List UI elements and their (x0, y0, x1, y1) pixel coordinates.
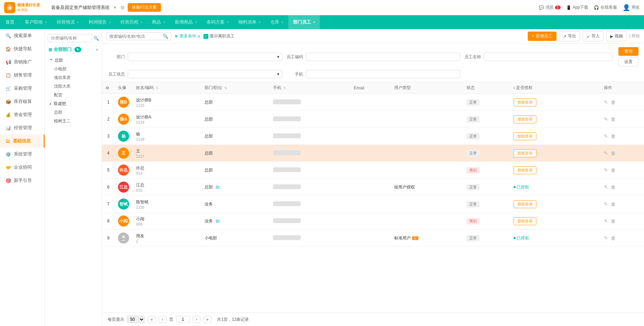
settings-icon[interactable]: ⚙ (120, 5, 125, 10)
close-icon[interactable]: × (109, 20, 111, 24)
th-settings[interactable]: ⚙ (102, 82, 115, 94)
app-download-btn[interactable]: 📱 App下载 (566, 5, 588, 10)
delete-icon[interactable]: 🗑 (611, 218, 616, 224)
sidebar-item-inventory[interactable]: 📦 库存核算 (0, 95, 45, 108)
close-icon[interactable]: × (45, 20, 47, 24)
edit-icon[interactable]: ✎ (604, 218, 608, 224)
sidebar-item-purchase[interactable]: 🛒 采购管理 (0, 82, 45, 95)
grant-login-button[interactable]: 授权登录 (514, 217, 536, 225)
grant-login-button[interactable]: 授权登录 (514, 132, 536, 140)
th-phone[interactable]: 手机 ⇅ (270, 82, 351, 94)
empname-input[interactable] (484, 53, 613, 61)
close-icon[interactable]: × (313, 20, 315, 24)
close-icon[interactable]: × (195, 20, 197, 24)
show-resigned-toggle[interactable]: ✓ 显示离职员工 (203, 33, 235, 39)
close-icon[interactable]: × (227, 20, 229, 24)
close-icon[interactable]: × (258, 20, 261, 24)
sidebar-item-enterprise[interactable]: 🤝 企业协同 (0, 161, 45, 174)
edit-icon[interactable]: ✎ (604, 235, 608, 241)
next-page-btn[interactable]: › (193, 316, 200, 323)
search-button[interactable]: 查询 (618, 47, 638, 56)
prev-page-btn[interactable]: ‹ (159, 316, 166, 323)
delete-icon[interactable]: 🗑 (611, 167, 616, 173)
nav-tab-barcode[interactable]: 条码方案 × (202, 15, 234, 29)
nav-tab-add-goods[interactable]: 新增商品 × (170, 15, 202, 29)
nav-tab-history[interactable]: 经营历程 × (116, 15, 147, 29)
add-employee-button[interactable]: + 新增员工 (528, 32, 556, 41)
page-size-select[interactable]: 50 100 (127, 316, 145, 323)
dept-child-zhishu[interactable]: 植树王二 (45, 117, 102, 125)
dept-search-input[interactable] (48, 34, 92, 42)
close-icon[interactable]: × (163, 20, 165, 24)
edit-icon[interactable]: ✎ (604, 201, 608, 207)
dept-all-header[interactable]: ⊞ 全部部门 ✎ « (45, 44, 102, 55)
close-icon[interactable]: × (140, 20, 143, 24)
grant-login-button[interactable]: 授权登录 (514, 200, 536, 208)
dept-select[interactable]: ▾ (128, 53, 282, 61)
sidebar-item-marketing[interactable]: 📢 营销推广 (0, 55, 45, 69)
th-dept[interactable]: 部门/职位 ⇅ (201, 82, 270, 94)
th-name[interactable]: 姓名/编码 ⇅ (133, 82, 201, 94)
dept-child-zongbu[interactable]: 总部 (45, 108, 102, 117)
dept-child-peihuo[interactable]: 配货 (45, 91, 102, 99)
sidebar-item-finance[interactable]: 💰 资金管理 (0, 108, 45, 121)
sidebar-item-operations[interactable]: 📊 经营管理 (0, 121, 45, 134)
import-button[interactable]: ↙ 导入 (583, 31, 604, 41)
search-input[interactable] (109, 34, 161, 39)
message-btn[interactable]: 💬 消息 5 (539, 5, 561, 10)
nav-tab-bom[interactable]: 物料清单 × (234, 15, 265, 29)
edit-icon[interactable]: ✎ (604, 133, 608, 139)
first-page-btn[interactable]: « (147, 316, 156, 323)
page-number-input[interactable] (176, 316, 190, 323)
edit-icon[interactable]: ✎ (604, 99, 608, 105)
view-button[interactable]: ▶ 视频 (606, 31, 627, 41)
help-btn[interactable]: | 帮助 (629, 33, 640, 39)
dept-group-title-shuangxu[interactable]: 双虚想 (45, 99, 102, 108)
more-filter-btn[interactable]: ▼ 更多条件 ∧ (174, 33, 201, 39)
edit-icon[interactable]: ✎ (604, 150, 608, 156)
dropdown-arrow-icon[interactable]: ▾ (114, 5, 116, 10)
close-icon[interactable]: × (281, 20, 283, 24)
empcode-input[interactable] (306, 53, 461, 61)
sidebar-item-system[interactable]: ⚙️ 系统管理 (0, 148, 45, 161)
grant-login-button[interactable]: 授权登录 (514, 115, 536, 123)
user-btn[interactable]: 👤 用友 (623, 4, 640, 11)
edit-icon[interactable]: ✎ (604, 167, 608, 173)
reset-button[interactable]: 设置 (618, 57, 638, 67)
trial-button[interactable]: 体验行业方案 (128, 3, 161, 12)
nav-tab-operations[interactable]: 经营情况 × (52, 15, 84, 29)
sidebar-item-search[interactable]: 🔍 搜索菜单 (0, 29, 45, 42)
grant-login-button[interactable]: 授权登录 (514, 149, 536, 157)
dept-group-title-main[interactable]: 总部 (45, 56, 102, 65)
nav-tab-goods[interactable]: 商品 × (147, 15, 170, 29)
nav-tab-employees[interactable]: 部门员工 × (288, 15, 320, 29)
edit-icon[interactable]: ✎ (604, 116, 608, 122)
empstatus-select[interactable]: ▾ (128, 70, 282, 78)
nav-tab-home[interactable]: 首页 (0, 15, 20, 29)
delete-icon[interactable]: 🗑 (611, 235, 616, 241)
delete-icon[interactable]: 🗑 (611, 133, 616, 139)
online-service-btn[interactable]: 🎧 在线客服 (594, 5, 617, 10)
close-icon[interactable]: × (77, 20, 79, 24)
sidebar-item-basic-info[interactable]: 🗂 基础信息 (0, 134, 45, 148)
nav-tab-profit[interactable]: 利润报告 × (84, 15, 116, 29)
sidebar-item-guide[interactable]: 🎯 新手引导 (0, 174, 45, 187)
sidebar-item-quick-nav[interactable]: 🏠 快捷导航 (0, 42, 45, 55)
export-button[interactable]: ↗ 导出 (559, 31, 580, 41)
grant-login-button[interactable]: 授权登录 (514, 98, 536, 106)
dept-child-xiangmukufang[interactable]: 项目库房 (45, 73, 102, 82)
edit-icon[interactable]: ✎ (604, 184, 608, 190)
delete-icon[interactable]: 🗑 (611, 150, 616, 156)
delete-icon[interactable]: 🗑 (611, 99, 616, 105)
dept-child-xiaodibu[interactable]: 小电部 (45, 65, 102, 73)
dept-collapse-btn[interactable]: « (96, 47, 98, 52)
dept-edit-icon[interactable]: ✎ (74, 47, 81, 52)
dept-child-shenyang[interactable]: 沈阳大库 (45, 82, 102, 91)
nav-tab-customer[interactable]: 客户联络 × (20, 15, 52, 29)
last-page-btn[interactable]: » (203, 316, 212, 323)
sidebar-item-sales[interactable]: 📋 销售管理 (0, 69, 45, 82)
grant-login-button[interactable]: 授权登录 (514, 166, 536, 174)
nav-tab-warehouse[interactable]: 仓库 × (265, 15, 288, 29)
phone-input[interactable] (306, 70, 461, 78)
delete-icon[interactable]: 🗑 (611, 116, 616, 122)
